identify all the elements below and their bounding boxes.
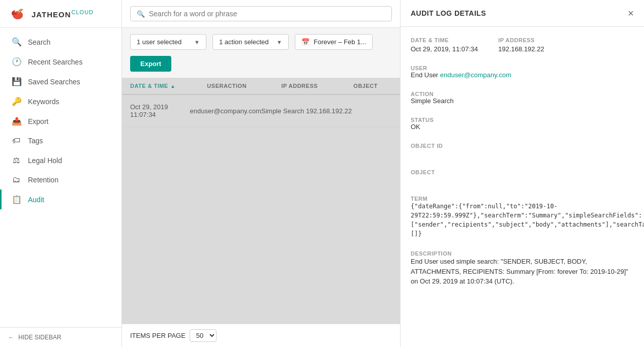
sidebar-label-recent-searches: Recent Searches xyxy=(28,58,82,66)
description-label: DESCRIPTION xyxy=(411,250,634,257)
export-icon: 📤 xyxy=(12,116,21,126)
sidebar-nav: 🔍 Search 🕐 Recent Searches 💾 Saved Searc… xyxy=(0,28,121,327)
hide-sidebar-button[interactable]: ← HIDE SIDEBAR xyxy=(0,327,121,347)
user-filter-chevron: ▼ xyxy=(194,39,200,45)
audit-icon: 📋 xyxy=(12,195,21,204)
sidebar-item-search[interactable]: 🔍 Search xyxy=(0,32,121,52)
date-filter-label: Forever – Feb 1... xyxy=(314,38,366,46)
status-value: OK xyxy=(411,123,634,131)
items-per-page: ITEMS PER PAGE 50 xyxy=(130,329,217,342)
saved-icon: 💾 xyxy=(12,77,21,86)
user-prefix: End User xyxy=(411,71,438,79)
detail-panel: AUDIT LOG DETAILS × DATE & TIME Oct 29, … xyxy=(400,0,644,347)
sidebar-label-legal-hold: Legal Hold xyxy=(28,156,62,165)
user-value: End User enduser@company.com xyxy=(411,71,634,79)
status-label: STATUS xyxy=(411,117,634,123)
action-filter-chevron: ▼ xyxy=(277,39,282,45)
action-filter-label: 1 action selected xyxy=(219,38,269,46)
legal-hold-icon: ⚖ xyxy=(12,155,21,165)
detail-section-status: STATUS OK xyxy=(411,117,634,131)
action-filter-dropdown[interactable]: 1 action selected ▼ xyxy=(212,34,289,50)
sidebar-label-tags: Tags xyxy=(28,137,43,145)
tags-icon: 🏷 xyxy=(12,136,21,145)
detail-field-ip: IP ADDRESS 192.168.192.22 xyxy=(498,37,544,53)
logo-icon xyxy=(8,4,27,23)
panel-header: AUDIT LOG DETAILS × xyxy=(401,0,644,27)
sidebar-item-recent-searches[interactable]: 🕐 Recent Searches xyxy=(0,52,121,72)
calendar-icon: 📅 xyxy=(301,38,310,46)
detail-field-datetime: DATE & TIME Oct 29, 2019, 11:07:34 xyxy=(411,37,478,53)
ip-label: IP ADDRESS xyxy=(498,37,544,43)
logo: JATHEONCLOUD xyxy=(0,0,121,28)
sidebar-label-retention: Retention xyxy=(28,176,58,184)
keywords-icon: 🔑 xyxy=(12,97,21,106)
overlay xyxy=(122,78,400,324)
sidebar-label-saved-searches: Saved Searches xyxy=(28,78,80,86)
term-label: TERM xyxy=(411,196,634,202)
hide-sidebar-label: HIDE SIDEBAR xyxy=(18,334,62,341)
pagination-row: ITEMS PER PAGE 50 xyxy=(122,324,400,347)
sidebar-item-keywords[interactable]: 🔑 Keywords xyxy=(0,91,121,111)
search-box[interactable]: 🔍 xyxy=(130,6,392,21)
object-id-label: OBJECT ID xyxy=(411,143,634,149)
detail-section-action: ACTION Simple Search xyxy=(411,91,634,105)
detail-section-object-id: OBJECT ID xyxy=(411,143,634,157)
datetime-value: Oct 29, 2019, 11:07:34 xyxy=(411,45,478,53)
term-value: {"dateRange":{"from":null,"to":"2019-10-… xyxy=(411,202,634,238)
datetime-label: DATE & TIME xyxy=(411,37,478,43)
topbar: 🔍 xyxy=(122,0,400,28)
sidebar: JATHEONCLOUD 🔍 Search 🕐 Recent Searches … xyxy=(0,0,122,347)
hide-sidebar-icon: ← xyxy=(8,334,14,341)
date-filter[interactable]: 📅 Forever – Feb 1... xyxy=(295,34,373,50)
object-id-value xyxy=(411,149,634,157)
sidebar-label-audit: Audit xyxy=(28,196,44,204)
user-filter-label: 1 user selected xyxy=(137,38,181,46)
detail-section-user: USER End User enduser@company.com xyxy=(411,65,634,79)
sidebar-label-search: Search xyxy=(28,38,50,46)
ip-value: 192.168.192.22 xyxy=(498,45,544,53)
detail-row-datetime-ip: DATE & TIME Oct 29, 2019, 11:07:34 IP AD… xyxy=(411,37,634,53)
export-button-area: Export xyxy=(122,56,400,78)
detail-section-object: OBJECT xyxy=(411,169,634,183)
panel-title: AUDIT LOG DETAILS xyxy=(411,9,486,17)
svg-point-2 xyxy=(19,10,20,11)
sidebar-label-export: Export xyxy=(28,117,48,125)
object-label: OBJECT xyxy=(411,169,634,175)
sidebar-item-legal-hold[interactable]: ⚖ Legal Hold xyxy=(0,150,121,170)
search-input[interactable] xyxy=(149,10,385,18)
main-content: 🔍 1 user selected ▼ 1 action selected ▼ … xyxy=(122,0,400,347)
sidebar-item-retention[interactable]: 🗂 Retention xyxy=(0,170,121,190)
sidebar-item-tags[interactable]: 🏷 Tags xyxy=(0,131,121,150)
sidebar-item-saved-searches[interactable]: 💾 Saved Searches xyxy=(0,72,121,91)
recent-icon: 🕐 xyxy=(12,57,21,67)
logo-brand-text: JATHEONCLOUD xyxy=(32,9,94,19)
items-per-page-label: ITEMS PER PAGE xyxy=(130,332,186,339)
description-value: End User used simple search: "SENDER, SU… xyxy=(411,257,634,287)
user-label: USER xyxy=(411,65,634,71)
panel-body: DATE & TIME Oct 29, 2019, 11:07:34 IP AD… xyxy=(401,27,644,309)
object-value xyxy=(411,175,634,183)
filters-row: 1 user selected ▼ 1 action selected ▼ 📅 … xyxy=(122,28,400,56)
sidebar-item-export[interactable]: 📤 Export xyxy=(0,111,121,131)
user-filter-dropdown[interactable]: 1 user selected ▼ xyxy=(130,34,206,50)
table-area: DATE & TIME ▲ USER ACTION IP ADDRESS OBJ… xyxy=(122,78,400,324)
search-icon: 🔍 xyxy=(137,10,145,18)
close-button[interactable]: × xyxy=(628,8,634,18)
action-value: Simple Search xyxy=(411,97,634,105)
sidebar-item-audit[interactable]: 📋 Audit xyxy=(0,190,121,209)
per-page-select[interactable]: 50 xyxy=(190,329,217,342)
search-icon: 🔍 xyxy=(12,37,21,47)
detail-section-description: DESCRIPTION End User used simple search:… xyxy=(411,250,634,287)
retention-icon: 🗂 xyxy=(12,175,21,184)
detail-section-term: TERM {"dateRange":{"from":null,"to":"201… xyxy=(411,196,634,238)
user-email[interactable]: enduser@company.com xyxy=(440,71,511,79)
sidebar-label-keywords: Keywords xyxy=(28,98,59,106)
export-button[interactable]: Export xyxy=(130,56,171,72)
action-label: ACTION xyxy=(411,91,634,97)
